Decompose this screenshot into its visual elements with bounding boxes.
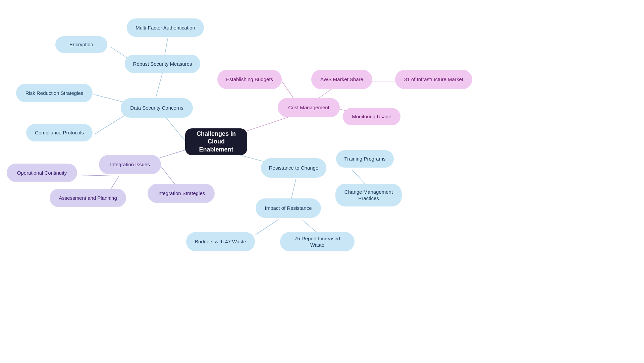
svg-line-9 xyxy=(78,175,114,176)
data-security-node: Data Security Concerns xyxy=(121,98,193,118)
risk-reduction-node: Risk Reduction Strategies xyxy=(16,84,93,102)
compliance-node: Compliance Protocols xyxy=(26,124,93,141)
impact-node: Impact of Resistance xyxy=(256,198,321,218)
report-waste-node: 75 Report Increased Waste xyxy=(280,232,355,251)
infra-market-node: 31 of Infrastructure Market xyxy=(395,70,472,89)
aws-market-node: AWS Market Share xyxy=(311,70,372,89)
integration-strategies-node: Integration Strategies xyxy=(148,184,215,203)
budgets-waste-node: Budgets with 47 Waste xyxy=(186,232,255,251)
cost-management-node: Cost Management xyxy=(278,98,340,117)
robust-security-node: Robust Security Measures xyxy=(125,55,200,73)
monitoring-node: Monitoring Usage xyxy=(343,108,400,125)
establishing-budgets-node: Establishing Budgets xyxy=(217,70,282,89)
encryption-node: Encryption xyxy=(55,36,107,53)
svg-line-7 xyxy=(164,39,168,57)
svg-line-19 xyxy=(256,220,278,235)
integration-issues-node: Integration Issues xyxy=(99,155,161,174)
training-node: Training Programs xyxy=(336,150,394,168)
operational-node: Operational Continuity xyxy=(7,164,77,182)
resistance-node: Resistance to Change xyxy=(261,158,326,178)
multi-factor-node: Multi-Factor Authentication xyxy=(127,18,204,37)
assessment-node: Assessment and Planning xyxy=(50,189,126,207)
svg-line-18 xyxy=(291,179,296,201)
change-mgmt-node: Change ManagementPractices xyxy=(335,184,402,206)
center-node: Challenges in CloudEnablement xyxy=(185,128,247,155)
